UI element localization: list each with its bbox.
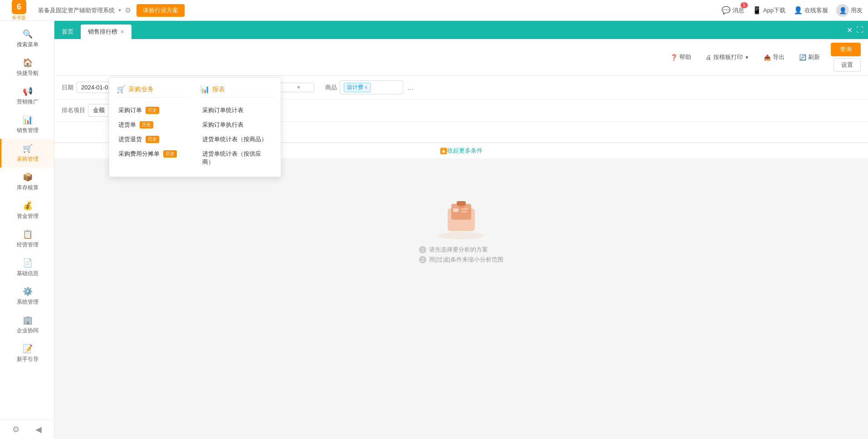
tab-bar: 首页 销售排行榜 ✕ ✕ ⛶ (54, 21, 868, 39)
dropdown-item-goods-return[interactable]: 进货退货 历史 (117, 132, 190, 147)
sidebar-item-quick-nav[interactable]: 🏠 快捷导航 (0, 53, 54, 82)
goods-tag-label: 设计费 (347, 84, 363, 91)
sidebar-label-system: 系统管理 (17, 298, 39, 306)
gear-icon[interactable]: ⚙ (125, 6, 131, 15)
toolbar-right: ❓ 帮助 🖨 按模板打印 ▼ 📤 导出 🔄 刷新 (667, 43, 861, 72)
logo-text: 标准版 (12, 15, 26, 21)
sidebar-item-enterprise[interactable]: 🏢 企业协同 (0, 311, 54, 339)
sidebar-item-system[interactable]: ⚙️ 系统管理 (0, 282, 54, 311)
empty-illustration (434, 195, 488, 240)
content-area: 首页 销售排行榜 ✕ ✕ ⛶ ❓ 帮助 (54, 21, 868, 439)
empty-state: 1 请先选择要分析的方案 2 用[过滤]条件来缩小分析范围 (54, 158, 868, 300)
sales-icon: 📊 (23, 115, 33, 125)
svg-point-0 (439, 232, 484, 239)
collapse-label: 收起更多条件 (447, 147, 483, 155)
sidebar-label-purchase: 采购管理 (17, 155, 39, 163)
sidebar-collapse-icon[interactable]: ◀ (35, 424, 42, 434)
tab-home-label: 首页 (62, 28, 73, 36)
purchase-icon: 🛒 (23, 143, 33, 153)
sidebar-item-finance[interactable]: 💰 资金管理 (0, 196, 54, 225)
refresh-button[interactable]: 🔄 刷新 (795, 51, 824, 63)
goods-receipt-history: 历史 (140, 121, 153, 128)
rank-value: 金额 (93, 106, 105, 114)
refresh-label: 刷新 (808, 53, 820, 61)
sidebar-label-search: 搜索菜单 (17, 41, 39, 49)
dropdown-col1-title-label: 采购业务 (128, 85, 154, 94)
goods-stat-by-goods-label: 进货单统计表（按商品） (202, 135, 267, 143)
tab-sales-rank-label: 销售排行榜 (88, 28, 117, 36)
sidebar-item-marketing[interactable]: 📢 营销推广 (0, 82, 54, 110)
tab-expand-icon[interactable]: ⛶ (856, 26, 863, 35)
sidebar-item-purchase[interactable]: 🛒 采购管理 (0, 139, 54, 168)
dropdown-item-purchase-order-stat[interactable]: 采购订单统计表 (200, 103, 273, 118)
sidebar-label-finance: 资金管理 (17, 212, 39, 220)
dropdown-item-purchase-expense[interactable]: 采购费用分摊单 历史 (117, 147, 190, 161)
tab-home[interactable]: 首页 (54, 25, 81, 39)
message-badge: 5 (741, 2, 748, 8)
top-header: 6 标准版 装备及固定资产辅助管理系统 ▼ ⚙ 体验行业方案 💬 消息 5 📱 … (0, 0, 868, 21)
dropdown-item-goods-stat-by-goods[interactable]: 进货单统计表（按商品） (200, 132, 273, 147)
dropdown-col-report: 📊 报表 采购订单统计表 采购订单执行表 进货单统计表（按商品） 进货单统计表（… (200, 85, 273, 169)
report-col-icon: 📊 (200, 85, 210, 94)
sidebar: 🔍 搜索菜单 🏠 快捷导航 📢 营销推广 📊 销售管理 🛒 采购管理 📦 库存核… (0, 21, 54, 439)
sidebar-item-search[interactable]: 🔍 搜索菜单 (0, 25, 54, 53)
settings-button[interactable]: 设置 (834, 58, 861, 72)
sidebar-item-basic-info[interactable]: 📄 基础信息 (0, 253, 54, 282)
help-button[interactable]: ❓ 帮助 (667, 51, 695, 63)
print-icon: 🖨 (706, 54, 712, 61)
sidebar-label-inventory: 库存核算 (17, 184, 39, 192)
sidebar-item-sales[interactable]: 📊 销售管理 (0, 110, 54, 139)
dropdown-item-purchase-order[interactable]: 采购订单 历史 (117, 103, 190, 118)
sidebar-label-sales: 销售管理 (17, 127, 39, 134)
goods-tag-close[interactable]: × (365, 84, 368, 91)
online-service-label: 在线客服 (805, 6, 828, 15)
sidebar-settings-icon[interactable]: ⚙ (12, 424, 20, 434)
print-button[interactable]: 🖨 按模板打印 ▼ (702, 51, 753, 63)
tab-sales-rank[interactable]: 销售排行榜 ✕ (81, 25, 132, 39)
system-dropdown-arrow[interactable]: ▼ (117, 8, 122, 13)
export-button[interactable]: 📤 导出 (760, 51, 788, 63)
app-download-action[interactable]: 📱 App下载 (752, 6, 785, 15)
purchase-dropdown-menu: 🛒 采购业务 采购订单 历史 进货单 历史 进货退货 历史 (109, 77, 281, 177)
help-icon: ❓ (670, 54, 678, 61)
industry-button[interactable]: 体验行业方案 (137, 4, 185, 17)
hint-num-2: 2 (419, 256, 426, 263)
date-label: 日期 (62, 84, 73, 92)
dropdown-item-goods-receipt[interactable]: 进货单 历史 (117, 118, 190, 132)
header-left: 6 标准版 装备及固定资产辅助管理系统 ▼ ⚙ 体验行业方案 (5, 0, 185, 21)
dropdown-item-goods-stat-by-supplier[interactable]: 进货单统计表（按供应商） (200, 147, 273, 169)
svg-rect-5 (453, 208, 458, 212)
operations-icon: 📋 (23, 229, 33, 239)
main-layout: 🔍 搜索菜单 🏠 快捷导航 📢 营销推广 📊 销售管理 🛒 采购管理 📦 库存核… (0, 21, 868, 439)
goods-input[interactable]: 设计费 × (340, 80, 403, 94)
sidebar-item-operations[interactable]: 📋 经营管理 (0, 225, 54, 253)
empty-hints: 1 请先选择要分析的方案 2 用[过滤]条件来缩小分析范围 (419, 246, 503, 264)
help-label: 帮助 (679, 53, 691, 61)
sidebar-label-basic-info: 基础信息 (17, 270, 39, 277)
tab-bar-actions: ✕ ⛶ (847, 26, 863, 35)
app-download-label: App下载 (763, 6, 785, 15)
user-action[interactable]: 👤 用友 (836, 4, 863, 17)
dropdown-col2-title-label: 报表 (212, 85, 225, 94)
online-service-action[interactable]: 👤 在线客服 (794, 6, 828, 15)
collapse-up-icon: 🔼 (440, 148, 447, 154)
logo-area: 6 标准版 (5, 0, 33, 21)
sidebar-label-marketing: 营销推广 (17, 98, 39, 106)
inventory-icon: 📦 (23, 172, 33, 182)
query-button[interactable]: 查询 (831, 43, 861, 56)
message-action[interactable]: 💬 消息 5 (722, 6, 744, 15)
goods-dots[interactable]: ... (408, 84, 414, 92)
tab-close-all-icon[interactable]: ✕ (847, 26, 853, 35)
sidebar-item-inventory[interactable]: 📦 库存核算 (0, 168, 54, 196)
sidebar-item-newbie[interactable]: 📝 新手引导 (0, 339, 54, 368)
service-icon: 👤 (794, 6, 803, 15)
tab-close-icon[interactable]: ✕ (120, 29, 124, 35)
user-label: 用友 (851, 6, 863, 15)
finance-icon: 💰 (23, 201, 33, 211)
empty-svg (434, 195, 488, 240)
hint-num-1: 1 (419, 246, 426, 253)
dropdown-item-purchase-order-exec[interactable]: 采购订单执行表 (200, 118, 273, 132)
purchase-col-icon: 🛒 (117, 85, 126, 94)
svg-rect-7 (461, 211, 467, 212)
system-title-group: 装备及固定资产辅助管理系统 ▼ ⚙ (38, 6, 131, 15)
